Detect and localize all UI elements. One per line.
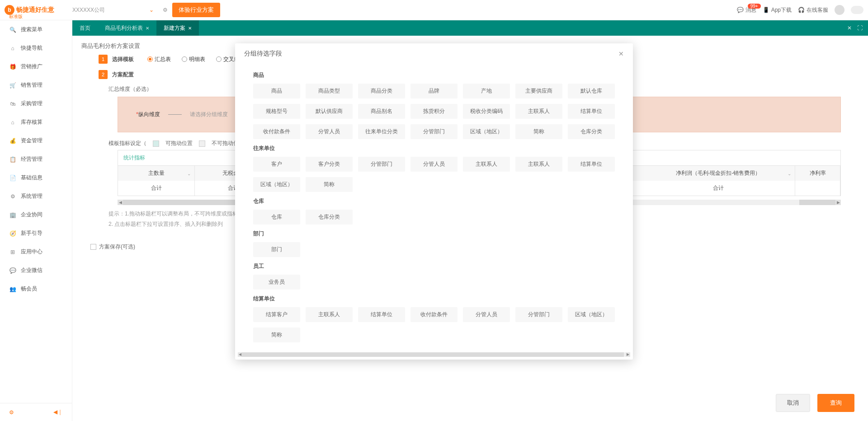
- field-chip[interactable]: 商品别名: [358, 104, 405, 119]
- field-group-title: 结算单位: [253, 295, 633, 303]
- field-chip[interactable]: 主联系人: [463, 157, 510, 172]
- field-chip[interactable]: 分管部门: [358, 157, 405, 172]
- field-chip[interactable]: 主联系人: [306, 307, 353, 322]
- field-group-title: 部门: [253, 230, 633, 238]
- field-chip[interactable]: 拣货积分: [410, 104, 458, 119]
- field-chip[interactable]: 简称: [253, 327, 300, 342]
- field-chip[interactable]: 简称: [306, 177, 353, 192]
- field-chip[interactable]: 往来单位分类: [358, 124, 405, 139]
- field-chip[interactable]: 区域（地区）: [253, 177, 300, 192]
- modal-title: 分组待选字段: [244, 50, 282, 58]
- field-chip[interactable]: 结算单位: [358, 307, 405, 322]
- field-group-title: 员工: [253, 262, 633, 270]
- field-chip[interactable]: 结算单位: [568, 104, 615, 119]
- field-chip[interactable]: 商品: [253, 84, 300, 98]
- field-chip[interactable]: 业务员: [253, 275, 300, 290]
- field-chip[interactable]: 分管人员: [463, 307, 510, 322]
- modal-header: 分组待选字段 ✕: [235, 43, 633, 64]
- field-chip[interactable]: 分管人员: [410, 157, 458, 172]
- field-chip[interactable]: 收付款条件: [410, 307, 458, 322]
- field-chip[interactable]: 主要供应商: [515, 84, 562, 98]
- field-chip[interactable]: 默认供应商: [306, 104, 353, 119]
- field-chip[interactable]: 客户分类: [306, 157, 353, 172]
- field-chip[interactable]: 部门: [253, 242, 300, 257]
- field-chip[interactable]: 主联系人: [515, 157, 562, 172]
- field-chip[interactable]: 分管人员: [306, 124, 353, 139]
- field-group-title: 往来单位: [253, 145, 633, 152]
- field-chip[interactable]: 产地: [463, 84, 510, 98]
- field-chip[interactable]: 规格型号: [253, 104, 300, 119]
- modal-h-scrollbar[interactable]: ◀ ▶: [238, 352, 630, 357]
- field-chip[interactable]: 简称: [515, 124, 562, 139]
- field-chip[interactable]: 收付款条件: [253, 124, 300, 139]
- field-chip[interactable]: 分管部门: [410, 124, 458, 139]
- field-chip[interactable]: 区域（地区）: [463, 124, 510, 139]
- field-chip[interactable]: 仓库: [253, 210, 300, 225]
- field-chip[interactable]: 结算单位: [568, 157, 615, 172]
- field-chip[interactable]: 品牌: [410, 84, 458, 98]
- field-chip[interactable]: 默认仓库: [568, 84, 615, 98]
- modal-close-icon[interactable]: ✕: [618, 50, 624, 57]
- field-chip[interactable]: 分管部门: [515, 307, 562, 322]
- modal-scroll-thumb[interactable]: [241, 352, 624, 357]
- field-chip[interactable]: 客户: [253, 157, 300, 172]
- field-chip[interactable]: 税收分类编码: [463, 104, 510, 119]
- field-chip[interactable]: 商品分类: [358, 84, 405, 98]
- field-group-title: 商品: [253, 71, 633, 79]
- field-chip[interactable]: 主联系人: [515, 104, 562, 119]
- scroll-right-icon[interactable]: ▶: [626, 352, 630, 357]
- field-chip[interactable]: 结算客户: [253, 307, 300, 322]
- field-chip[interactable]: 区域（地区）: [568, 307, 615, 322]
- field-chip[interactable]: 商品类型: [306, 84, 353, 98]
- field-chip[interactable]: 仓库分类: [306, 210, 353, 225]
- field-group-title: 仓库: [253, 197, 633, 205]
- modal-body[interactable]: 商品商品商品类型商品分类品牌产地主要供应商默认仓库规格型号默认供应商商品别名拣货…: [235, 64, 633, 352]
- field-chip[interactable]: 仓库分类: [568, 124, 615, 139]
- field-modal: 分组待选字段 ✕ 商品商品商品类型商品分类品牌产地主要供应商默认仓库规格型号默认…: [235, 43, 633, 360]
